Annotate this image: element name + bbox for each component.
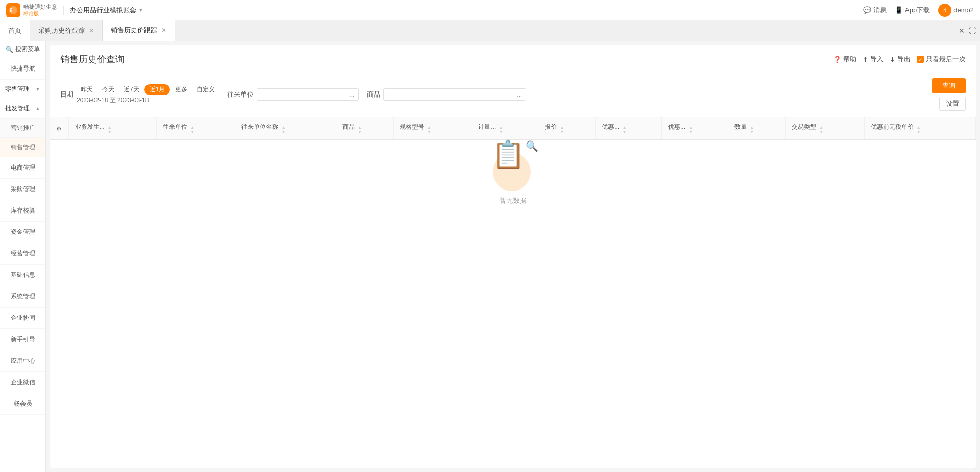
sidebar-item-vip[interactable]: 畅会员 xyxy=(0,393,45,415)
partner-filter-group: 往来单位 ... xyxy=(227,88,359,101)
sort-arrows-quote: ▲▼ xyxy=(560,126,564,134)
sidebar-item-system[interactable]: 系统管理 xyxy=(0,286,45,308)
sidebar-operations-label: 经营管理 xyxy=(11,249,35,258)
sidebar-item-retail[interactable]: 零售管理 ▼ xyxy=(0,80,45,99)
sidebar-marketing-label: 营销推广 xyxy=(11,124,35,132)
sidebar-sub-wholesale: 营销推广 销售管理 xyxy=(0,119,45,157)
tab-purchase-history[interactable]: 采购历史价跟踪 ✕ xyxy=(30,20,103,41)
th-discount2[interactable]: 优惠... ▲▼ xyxy=(662,117,728,140)
sidebar-item-app-center[interactable]: 应用中心 xyxy=(0,350,45,372)
sidebar-item-enterprise-wechat[interactable]: 企业微信 xyxy=(0,372,45,393)
sidebar-item-inventory[interactable]: 库存核算 xyxy=(0,200,45,222)
th-partner-name[interactable]: 往来单位名称 ▲▼ xyxy=(235,117,336,140)
empty-illustration: 📋 🔍 xyxy=(487,140,538,191)
partner-input[interactable]: ... xyxy=(257,88,359,101)
tab-purchase-close[interactable]: ✕ xyxy=(89,28,94,34)
th-biz-date-label: 业务发生... xyxy=(75,123,105,130)
sidebar-item-wholesale[interactable]: 批发管理 ▲ xyxy=(0,99,45,119)
user-profile[interactable]: d demo2 xyxy=(938,4,974,17)
help-icon: ❓ xyxy=(833,56,841,63)
sidebar-app-center-label: 应用中心 xyxy=(11,357,35,365)
app-selector[interactable]: 办公用品行业模拟账套 ▼ xyxy=(63,6,143,15)
th-trade-type[interactable]: 交易类型 ▲▼ xyxy=(785,117,864,140)
th-spec-label: 规格型号 xyxy=(400,123,424,130)
logo-icon: 6 xyxy=(6,3,20,17)
tab-sales-close[interactable]: ✕ xyxy=(161,27,166,33)
table-header-row: ⚙ 业务发生... ▲▼ 往来单位 ▲▼ 往来单位名称 xyxy=(50,117,976,140)
th-pre-tax-price[interactable]: 优惠前无税单价 ▲▼ xyxy=(864,117,975,140)
tab-home-label: 首页 xyxy=(8,26,21,35)
chevron-down-icon: ▼ xyxy=(138,7,143,13)
goods-input[interactable]: ... xyxy=(383,88,526,101)
sidebar-item-new-guide[interactable]: 新手引导 xyxy=(0,329,45,350)
date-label: 日期 xyxy=(60,90,74,99)
sidebar: 🔍 搜索菜单 快捷导航 零售管理 ▼ 批发管理 ▲ 营销推广 销售管理 电商管理… xyxy=(0,41,46,472)
th-partner-code[interactable]: 往来单位 ▲▼ xyxy=(156,117,235,140)
sidebar-search-label: 搜索菜单 xyxy=(15,45,40,54)
tab-purchase-label: 采购历史价跟踪 xyxy=(38,26,85,35)
sidebar-item-ecommerce[interactable]: 电商管理 xyxy=(0,157,45,179)
sidebar-item-sales-mgmt[interactable]: 销售管理 xyxy=(0,138,45,157)
sidebar-item-purchase[interactable]: 采购管理 xyxy=(0,179,45,200)
sidebar-item-basic-info[interactable]: 基础信息 xyxy=(0,265,45,286)
date-buttons: 昨天 今天 近7天 近1月 更多 自定义 xyxy=(77,84,219,95)
sidebar-item-search[interactable]: 🔍 搜索菜单 xyxy=(0,41,45,58)
th-unit-label: 计量... xyxy=(478,123,496,130)
sort-arrows-unit: ▲▼ xyxy=(499,126,503,134)
main-layout: 🔍 搜索菜单 快捷导航 零售管理 ▼ 批发管理 ▲ 营销推广 销售管理 电商管理… xyxy=(0,41,980,472)
only-last-checkbox[interactable]: ✓ 只看最后一次 xyxy=(917,55,966,64)
sort-arrows-partner-name: ▲▼ xyxy=(282,126,286,134)
settings-button[interactable]: 设置 xyxy=(939,97,966,111)
date-btn-today[interactable]: 今天 xyxy=(98,84,118,95)
sidebar-basic-info-label: 基础信息 xyxy=(11,271,35,279)
filter-actions: 查询 设置 xyxy=(932,78,966,111)
sidebar-finance-label: 资金管理 xyxy=(11,228,35,237)
th-unit[interactable]: 计量... ▲▼ xyxy=(472,117,538,140)
help-button[interactable]: ❓ 帮助 xyxy=(833,55,856,64)
page: 销售历史价查询 ❓ 帮助 ⬆ 导入 ⬇ 导出 ✓ xyxy=(50,45,976,468)
th-goods[interactable]: 商品 ▲▼ xyxy=(336,117,393,140)
date-btn-more[interactable]: 更多 xyxy=(171,84,191,95)
app-download-button[interactable]: 📱 App下载 xyxy=(895,6,930,15)
th-quote[interactable]: 报价 ▲▼ xyxy=(538,117,596,140)
th-settings[interactable]: ⚙ xyxy=(50,117,68,140)
sidebar-item-quick-nav[interactable]: 快捷导航 xyxy=(0,58,45,80)
th-spec[interactable]: 规格型号 ▲▼ xyxy=(393,117,472,140)
th-qty[interactable]: 数量 ▲▼ xyxy=(728,117,785,140)
th-trade-type-label: 交易类型 xyxy=(792,123,816,130)
sidebar-item-enterprise-collab[interactable]: 企业协同 xyxy=(0,308,45,329)
sidebar-item-finance[interactable]: 资金管理 xyxy=(0,222,45,243)
message-icon: 💬 xyxy=(863,6,871,14)
export-button[interactable]: ⬇ 导出 xyxy=(890,55,911,64)
th-biz-date[interactable]: 业务发生... ▲▼ xyxy=(68,117,156,140)
date-btn-1month[interactable]: 近1月 xyxy=(144,84,170,95)
close-all-tabs-icon[interactable]: ✕ xyxy=(959,27,965,35)
page-title: 销售历史价查询 xyxy=(60,53,125,65)
sort-arrows-goods: ▲▼ xyxy=(358,126,362,134)
th-partner-name-label: 往来单位名称 xyxy=(241,123,278,130)
goods-label: 商品 xyxy=(367,90,380,99)
th-discount1-label: 优惠... xyxy=(602,123,619,130)
date-btn-7days[interactable]: 近7天 xyxy=(119,84,143,95)
tabbar: 首页 采购历史价跟踪 ✕ 销售历史价跟踪 ✕ ✕ ⛶ xyxy=(0,20,980,41)
sidebar-item-operations[interactable]: 经营管理 xyxy=(0,243,45,265)
svg-text:6: 6 xyxy=(10,8,13,13)
import-button[interactable]: ⬆ 导入 xyxy=(863,55,884,64)
table-area: ⚙ 业务发生... ▲▼ 往来单位 ▲▼ 往来单位名称 xyxy=(50,117,976,468)
sidebar-item-marketing[interactable]: 营销推广 xyxy=(0,119,45,138)
maximize-icon[interactable]: ⛶ xyxy=(969,27,976,35)
query-button[interactable]: 查询 xyxy=(932,78,966,93)
tab-home[interactable]: 首页 xyxy=(0,20,30,41)
empty-icon-search: 🔍 xyxy=(526,140,538,152)
tab-sales-history[interactable]: 销售历史价跟踪 ✕ xyxy=(103,20,175,41)
message-button[interactable]: 💬 消息 xyxy=(863,6,887,15)
date-btn-yesterday[interactable]: 昨天 xyxy=(77,84,97,95)
th-qty-label: 数量 xyxy=(734,123,747,130)
sidebar-ecommerce-label: 电商管理 xyxy=(11,163,35,172)
th-discount1[interactable]: 优惠... ▲▼ xyxy=(596,117,662,140)
date-btn-custom[interactable]: 自定义 xyxy=(192,84,219,95)
logo-area: 6 畅捷通好生意 标准版 xyxy=(6,3,57,17)
export-icon: ⬇ xyxy=(890,56,895,63)
sidebar-new-guide-label: 新手引导 xyxy=(11,335,35,344)
sidebar-vip-label: 畅会员 xyxy=(14,399,32,408)
